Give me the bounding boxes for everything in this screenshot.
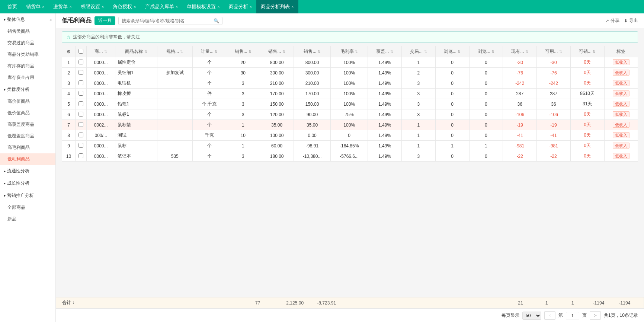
nav-product-entry[interactable]: 产成品入库单 ×	[141, 0, 182, 13]
col-product-code[interactable]: 商... ⇅	[87, 46, 115, 57]
sidebar-item-low-value[interactable]: 低价值商品	[0, 107, 55, 119]
row-check[interactable]	[79, 70, 83, 75]
row-check[interactable]	[79, 112, 83, 117]
row-checkbox[interactable]	[76, 109, 87, 120]
row-sales1: 3	[226, 151, 260, 162]
filter-period-button[interactable]: 近一月	[94, 16, 115, 25]
collapse-sidebar-icon[interactable]: «	[49, 17, 52, 22]
row-view1[interactable]: 0	[435, 109, 469, 120]
export-button[interactable]: ⬇ 导出	[624, 17, 638, 24]
row-checkbox[interactable]	[76, 89, 87, 99]
row-view1[interactable]: 0	[435, 89, 469, 99]
nav-template-settings[interactable]: 单据模板设置 ×	[182, 0, 224, 13]
sidebar-item-high-margin[interactable]: 高毛利商品	[0, 142, 55, 153]
row-tag: 低收入	[604, 130, 638, 141]
row-checkbox[interactable]	[76, 141, 87, 151]
view2-link[interactable]: 1	[485, 143, 487, 149]
sidebar-item-low-coverage[interactable]: 低覆盖度商品	[0, 130, 55, 142]
page-number-input[interactable]	[566, 312, 579, 319]
row-view1[interactable]: 1	[435, 141, 469, 151]
col-settings[interactable]: ⚙	[62, 46, 76, 57]
sidebar-group-marketing[interactable]: ▾ 营销推广分析	[0, 189, 55, 202]
row-checkbox[interactable]	[76, 57, 87, 68]
select-all-checkbox[interactable]	[79, 49, 83, 54]
col-avail[interactable]: 可用... ⇅	[537, 46, 571, 57]
row-checkbox[interactable]	[76, 99, 87, 109]
nav-home[interactable]: 首页	[3, 0, 22, 13]
col-current[interactable]: 现有... ⇅	[503, 46, 537, 57]
col-view1[interactable]: 浏览... ⇅	[435, 46, 469, 57]
nav-close-template[interactable]: ×	[217, 4, 220, 9]
nav-close-product-analysis-list[interactable]: ×	[291, 4, 294, 9]
col-checkbox[interactable]	[76, 46, 87, 57]
row-check[interactable]	[79, 91, 83, 96]
row-checkbox[interactable]	[76, 68, 87, 78]
nav-close-role-auth[interactable]: ×	[134, 4, 136, 9]
row-sales3: 800.00	[294, 57, 331, 68]
sidebar-item-category-sales-rate[interactable]: 商品分类助销率	[0, 49, 55, 60]
next-page-button[interactable]: ＞	[590, 311, 601, 320]
share-button[interactable]: ↗ 分享	[605, 17, 619, 24]
sidebar-group-growth[interactable]: ▸ 成长性分析	[0, 177, 55, 189]
sidebar-group-circulation[interactable]: ▸ 流通性分析	[0, 165, 55, 177]
nav-close-purchase-order[interactable]: ×	[69, 4, 71, 9]
table-container[interactable]: ⚙ 商... ⇅ 商品名称 ⇅ 规格... ⇅ 计量... ⇅ 销售... ⇅ …	[56, 46, 644, 297]
row-view1[interactable]: 0	[435, 130, 469, 141]
nav-close-product-entry[interactable]: ×	[176, 4, 178, 9]
sidebar-item-high-value[interactable]: 高价值商品	[0, 96, 55, 107]
col-unit[interactable]: 计量... ⇅	[192, 46, 226, 57]
row-view1[interactable]: 0	[435, 120, 469, 130]
page-size-select[interactable]: 10 20 50 100	[522, 312, 541, 320]
sidebar-item-new-products[interactable]: 新品	[0, 213, 55, 225]
sidebar-item-all-products[interactable]: 全部商品	[0, 202, 55, 213]
nav-close-sales-order[interactable]: ×	[42, 4, 44, 9]
col-coverage[interactable]: 覆盖... ⇅	[368, 46, 402, 57]
col-saleable[interactable]: 可销... ⇅	[570, 46, 604, 57]
row-check[interactable]	[79, 60, 83, 64]
row-check[interactable]	[79, 143, 83, 148]
nav-close-permission[interactable]: ×	[102, 4, 104, 9]
sidebar-item-inventory-funds[interactable]: 库存资金占用	[0, 72, 55, 83]
col-gross-rate[interactable]: 毛利率 ⇅	[331, 46, 368, 57]
col-sales3[interactable]: 销售... ⇅	[294, 46, 331, 57]
nav-role-auth[interactable]: 角色授权 ×	[108, 0, 140, 13]
nav-sales-order[interactable]: 销货单 ×	[22, 0, 49, 13]
row-check[interactable]	[79, 153, 83, 158]
row-check[interactable]	[79, 80, 83, 85]
sidebar-group-cluster[interactable]: ▾ 类群度分析	[0, 83, 55, 96]
search-input[interactable]	[122, 18, 214, 23]
view1-link[interactable]: 1	[451, 143, 454, 149]
row-check[interactable]	[79, 133, 83, 137]
col-sales2[interactable]: 销售... ⇅	[260, 46, 294, 57]
nav-product-analysis[interactable]: 商品分析 ×	[224, 0, 256, 13]
row-view1[interactable]: 0	[435, 57, 469, 68]
row-checkbox[interactable]	[76, 130, 87, 141]
sidebar-item-low-margin[interactable]: 低毛利商品	[0, 153, 55, 165]
sidebar-item-sales-products[interactable]: 销售类商品	[0, 26, 55, 37]
sidebar-item-inventory-products[interactable]: 有库存的商品	[0, 60, 55, 72]
row-check[interactable]	[79, 101, 83, 106]
sidebar-item-high-coverage[interactable]: 高覆盖度商品	[0, 119, 55, 130]
nav-product-analysis-list[interactable]: 商品分析列表 ×	[256, 0, 298, 13]
sidebar-group-overall[interactable]: ▾ 整体信息 «	[0, 13, 55, 26]
nav-permission-settings[interactable]: 权限设置 ×	[76, 0, 108, 13]
prev-page-button[interactable]: ＜	[544, 311, 555, 320]
row-view1[interactable]: 0	[435, 78, 469, 89]
sidebar-item-traded-products[interactable]: 交易过的商品	[0, 37, 55, 49]
row-view1[interactable]: 0	[435, 68, 469, 78]
nav-close-product-analysis[interactable]: ×	[250, 4, 252, 9]
row-checkbox[interactable]	[76, 151, 87, 162]
col-view2[interactable]: 浏览... ⇅	[469, 46, 503, 57]
col-tag[interactable]: 标签	[604, 46, 638, 57]
row-view1[interactable]: 0	[435, 99, 469, 109]
row-checkbox[interactable]	[76, 120, 87, 130]
col-spec[interactable]: 规格... ⇅	[157, 46, 192, 57]
col-trade[interactable]: 交易... ⇅	[401, 46, 435, 57]
col-sales1[interactable]: 销售... ⇅	[226, 46, 260, 57]
row-check[interactable]	[79, 122, 83, 127]
row-view1[interactable]: 0	[435, 151, 469, 162]
row-checkbox[interactable]	[76, 78, 87, 89]
nav-purchase-order[interactable]: 进货单 ×	[49, 0, 76, 13]
col-product-name[interactable]: 商品名称 ⇅	[115, 46, 157, 57]
search-icon[interactable]: 🔍	[214, 18, 219, 23]
